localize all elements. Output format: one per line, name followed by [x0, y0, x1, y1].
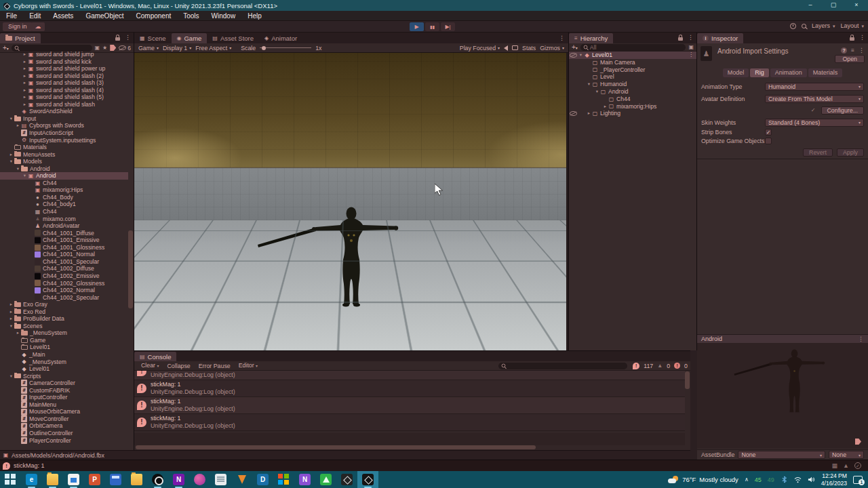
project-item-mixamo-com[interactable]: ▲mixamo.com	[0, 216, 128, 223]
taskbar-power-automate-icon[interactable]	[315, 471, 336, 488]
hierarchy-item-level[interactable]: ▢Level	[569, 73, 696, 81]
project-item-sword-and-shield-slash-3-[interactable]: ▸▣sword and shield slash (3)	[0, 79, 128, 87]
console-editor-dropdown[interactable]: Editor ▾	[235, 361, 262, 371]
project-item-ch44-1002-diffuse[interactable]: Ch44_1002_Diffuse	[0, 265, 128, 272]
project-item-customfabrik[interactable]: CustomFABRIK	[0, 387, 128, 394]
lock-icon[interactable]	[678, 37, 683, 41]
layers-dropdown[interactable]: Layers▾	[812, 22, 835, 29]
undo-history-icon[interactable]	[790, 23, 796, 29]
assetbundle-variant-dropdown[interactable]: None▾	[829, 451, 864, 459]
project-item-ch44-1002-normal[interactable]: Ch44_1002_Normal	[0, 287, 128, 294]
import-tab-rig[interactable]: Rig	[750, 68, 769, 77]
kebab-menu-icon[interactable]: ⋮	[858, 336, 864, 342]
project-item-ch44[interactable]: ▣Ch44	[0, 180, 128, 187]
tab-project[interactable]: Project	[0, 33, 41, 43]
stats-button[interactable]: Stats	[522, 45, 536, 52]
kebab-menu-icon[interactable]: ⋮	[688, 52, 694, 59]
kebab-menu-icon[interactable]: ⋮	[859, 47, 865, 54]
expander-icon[interactable]: ▾	[586, 81, 592, 88]
scene-picker-icon[interactable]: ▣	[688, 44, 694, 50]
project-item-exo-red[interactable]: ▸Exo Red	[0, 308, 128, 316]
project-item--menusystem[interactable]: ◆_MenuSystem	[0, 359, 128, 366]
taskbar-edge-icon[interactable]: e	[21, 471, 42, 488]
project-item-mixamorig-hips[interactable]: ▣mixamorig:Hips	[0, 186, 128, 194]
expander-icon[interactable]: ▸	[22, 73, 28, 80]
project-item-sword-and-shield-power-up[interactable]: ▸▣sword and shield power up	[0, 65, 128, 73]
minimize-button[interactable]: –	[799, 0, 822, 11]
taskbar-notion-icon[interactable]: N	[294, 471, 315, 488]
tab-game[interactable]: ◉Game	[172, 33, 208, 43]
menu-edit[interactable]: Edit	[23, 11, 47, 21]
optimize-game-objects-checkbox[interactable]	[765, 138, 772, 144]
notifications-icon[interactable]: ▲	[843, 462, 849, 469]
expander-icon[interactable]: ▸	[15, 329, 21, 337]
expander-icon[interactable]: ▸	[22, 101, 28, 108]
project-item-movecontroller[interactable]: MoveController	[0, 415, 128, 423]
weather-widget[interactable]: 76°F Mostly cloudy	[668, 476, 738, 484]
lock-icon[interactable]	[850, 37, 854, 41]
scale-slider[interactable]	[260, 47, 311, 48]
project-item-ch44-1002-glossiness[interactable]: Ch44_1002_Glossiness	[0, 280, 128, 287]
expander-icon[interactable]: ▸	[15, 122, 21, 129]
activity-icon[interactable]: ✓	[854, 462, 861, 469]
open-in-new-icon[interactable]: ▣	[95, 45, 100, 51]
taskbar-microsoft-apps-icon[interactable]	[273, 471, 294, 488]
project-item-ch44-1001-normal[interactable]: Ch44_1001_Normal	[0, 251, 128, 258]
expander-icon[interactable]: ▾	[578, 52, 584, 59]
expander-icon[interactable]: ▸	[586, 110, 592, 117]
expander-icon[interactable]: ▾	[8, 323, 14, 330]
hierarchy-item-mixamorig-hips[interactable]: ▸▢mixamorig:Hips	[569, 103, 696, 110]
presets-icon[interactable]: ≡	[851, 47, 854, 54]
tab-inspector[interactable]: i Inspector	[697, 33, 743, 43]
tab-scene[interactable]: ▦Scene	[134, 33, 172, 43]
taskbar-unity-hub-icon[interactable]	[336, 471, 357, 488]
console-hscrollbar[interactable]	[136, 445, 536, 449]
taskbar-notepad-icon[interactable]	[210, 471, 231, 488]
project-item-androidavatar[interactable]: ♟AndroidAvatar	[0, 222, 128, 230]
project-item-swordandshield[interactable]: ◈SwordAndShield	[0, 108, 128, 115]
project-item-materials[interactable]: Materials	[0, 144, 128, 151]
project-search-input[interactable]	[12, 45, 92, 52]
import-tab-materials[interactable]: Materials	[808, 68, 843, 77]
menu-tools[interactable]: Tools	[177, 11, 205, 21]
help-icon[interactable]: ?	[841, 47, 847, 54]
console-search-input[interactable]	[498, 363, 627, 369]
taskbar-file-explorer-icon[interactable]	[42, 471, 63, 488]
assetbundle-dropdown[interactable]: None▾	[738, 451, 825, 459]
open-button[interactable]: Open	[835, 55, 865, 63]
menu-window[interactable]: Window	[205, 11, 242, 21]
step-button[interactable]: ▶|	[441, 22, 455, 31]
editor-status-bar[interactable]: ! stickMag: 1 ▦ ▲ ✓	[0, 460, 868, 471]
project-item-models[interactable]: ▾Models	[0, 158, 128, 165]
taskbar-unity-editor-icon[interactable]	[357, 471, 378, 488]
skin-weights-dropdown[interactable]: Standard (4 Bones)▾	[765, 119, 864, 127]
console-clear-button[interactable]: Clear ▾	[137, 361, 163, 371]
taskbar-dynamics-icon[interactable]: D	[252, 471, 273, 488]
configure-button[interactable]: Configure...	[821, 106, 864, 115]
apply-button[interactable]: Apply	[837, 148, 864, 157]
project-item-sword-and-shield-jump[interactable]: ▸▣sword and shield jump	[0, 51, 128, 58]
taskbar-powerpoint-icon[interactable]: P	[84, 471, 105, 488]
expander-icon[interactable]: ▸	[22, 51, 28, 58]
project-item-android[interactable]: ▾▣Android	[0, 172, 128, 180]
layout-dropdown[interactable]: Layout▾	[840, 22, 864, 29]
project-item-ch44-1001-diffuse[interactable]: Ch44_1001_Diffuse	[0, 230, 128, 237]
expander-icon[interactable]: ▾	[8, 373, 14, 380]
hierarchy-item-lighting[interactable]: ▸▢Lighting	[569, 110, 696, 117]
volume-icon[interactable]	[808, 476, 815, 483]
create-object-button[interactable]: +▾	[572, 43, 578, 51]
menu-gameobject[interactable]: GameObject	[79, 11, 130, 21]
taskbar-obs-studio-icon[interactable]	[147, 471, 168, 488]
expander-icon[interactable]: ▾	[594, 88, 600, 96]
label-icon[interactable]	[110, 45, 116, 51]
tray-overflow-chevron[interactable]: ∧	[745, 476, 749, 483]
gizmos-dropdown[interactable]: Gizmos▾	[540, 45, 564, 52]
wifi-icon[interactable]	[794, 476, 802, 483]
project-item-ch44-body1[interactable]: ●Ch44_body1	[0, 201, 128, 208]
hierarchy-item-main-camera[interactable]: ▢Main Camera	[569, 59, 696, 66]
project-item-scenes[interactable]: ▾Scenes	[0, 323, 128, 330]
taskbar-microsoft-store-icon[interactable]	[63, 471, 84, 488]
project-scrollbar[interactable]	[128, 230, 133, 308]
display-dropdown[interactable]: Display 1▾	[163, 45, 191, 52]
project-item-ch44-body[interactable]: ●Ch44_Body	[0, 194, 128, 201]
